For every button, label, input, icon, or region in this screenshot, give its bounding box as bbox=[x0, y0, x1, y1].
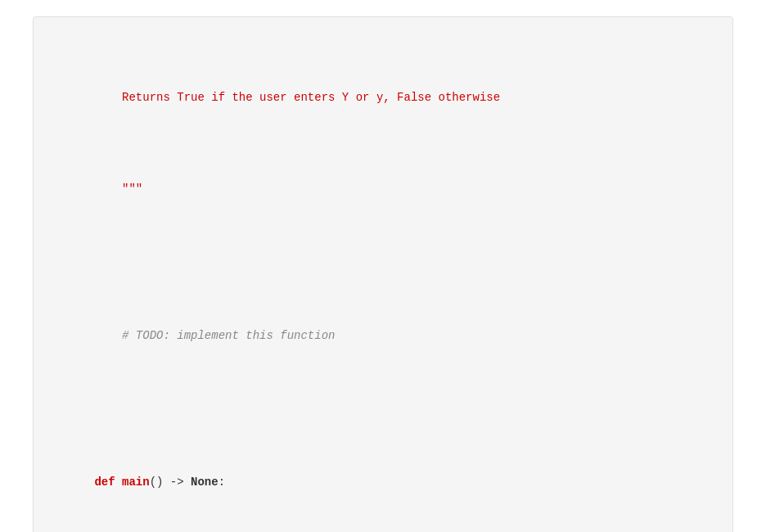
code-block: Returns True if the user enters Y or y, … bbox=[33, 16, 733, 532]
comment-todo-1: # TODO: implement this function bbox=[94, 329, 335, 342]
def-params: () -> bbox=[150, 476, 191, 489]
code-line-3: # TODO: implement this function bbox=[53, 309, 713, 363]
code-line-def: def main() -> None: bbox=[53, 455, 713, 510]
code-line-1: Returns True if the user enters Y or y, … bbox=[53, 70, 713, 125]
def-colon: : bbox=[219, 476, 225, 489]
code-line-blank-2 bbox=[53, 400, 713, 418]
docstring-text: Returns True if the user enters Y or y, … bbox=[94, 91, 500, 104]
code-line-2: """ bbox=[53, 162, 713, 217]
function-name-main: main bbox=[122, 476, 150, 489]
docstring-quote-1: """ bbox=[94, 183, 142, 196]
code-line-blank-1 bbox=[53, 254, 713, 272]
page-container: Returns True if the user enters Y or y, … bbox=[0, 0, 766, 532]
keyword-def: def bbox=[94, 476, 122, 489]
keyword-none: None bbox=[191, 476, 219, 489]
